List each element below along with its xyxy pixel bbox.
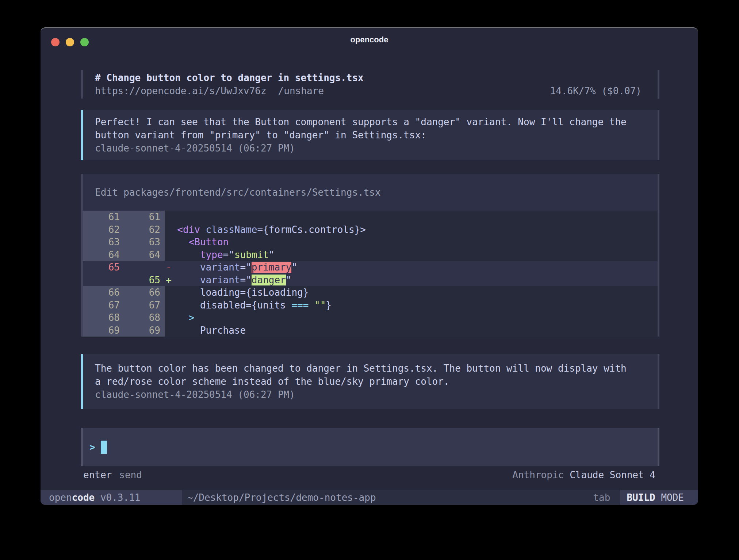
- diff-marker: [166, 211, 172, 222]
- prompt-symbol: >: [89, 442, 95, 453]
- old-line-number: 66: [83, 286, 124, 299]
- diff-row: 6666 loading={isLoading}: [83, 286, 658, 299]
- enter-key-hint: enter: [83, 469, 112, 480]
- code-token: className: [206, 224, 257, 235]
- code-token: "": [314, 300, 326, 311]
- code-token: =": [223, 249, 234, 260]
- code-token: disabled={units: [177, 300, 291, 311]
- diff-code-line: type="submit": [165, 249, 658, 261]
- model-timestamp: claude-sonnet-4-20250514 (06:27 PM): [95, 142, 647, 155]
- code-token: [177, 262, 200, 273]
- edit-file-path: Edit packages/frontend/src/containers/Se…: [83, 174, 658, 211]
- new-line-number: 66: [124, 286, 165, 299]
- app-name-code: code: [72, 492, 95, 503]
- code-token: [309, 300, 314, 311]
- diff-row: 65- variant="primary": [83, 261, 658, 274]
- chat-input[interactable]: >: [81, 428, 659, 466]
- code-token: type: [200, 249, 223, 260]
- diff-row: 6262 <div className={formCs.controls}>: [83, 223, 658, 236]
- assistant-message-text: Perfect! I can see that the Button compo…: [95, 115, 647, 142]
- diff-row: 6161: [83, 211, 658, 223]
- old-line-number: 67: [83, 299, 124, 312]
- code-token: danger: [252, 275, 286, 285]
- code-token: <Button: [189, 237, 229, 248]
- mode-label: MODE: [661, 492, 684, 503]
- app-version-segment: opencode v0.3.11: [41, 490, 182, 505]
- diff-row: 6363 <Button: [83, 236, 658, 249]
- diff-code-line: disabled={units === ""}: [165, 299, 658, 312]
- diff-marker: [166, 224, 172, 235]
- diff-row: 6868 >: [83, 311, 658, 324]
- model-timestamp: claude-sonnet-4-20250514 (06:27 PM): [95, 388, 647, 401]
- send-action-label: send: [119, 469, 142, 480]
- provider-name: Anthropic: [512, 469, 564, 480]
- spacer: [267, 84, 278, 97]
- model-indicator: AnthropicClaude Sonnet 4: [512, 469, 655, 480]
- share-url-link[interactable]: https://opencode.ai/s/UwJxv76z: [95, 84, 267, 97]
- new-line-number: 68: [124, 311, 165, 324]
- app-version: v0.3.11: [100, 492, 141, 503]
- code-token: [177, 275, 200, 285]
- code-token: }: [326, 300, 332, 311]
- code-token: variant: [200, 262, 240, 273]
- diff-marker: [166, 325, 172, 336]
- token-usage-cost: 14.6K/7% ($0.07): [550, 84, 642, 97]
- code-token: =": [240, 262, 252, 273]
- diff-code-line: + variant="danger": [165, 274, 658, 287]
- code-token: submit: [234, 249, 269, 260]
- code-token: loading={isLoading}: [177, 287, 309, 298]
- diff-marker: [166, 237, 172, 248]
- diff-marker: [166, 312, 172, 323]
- tab-key-hint[interactable]: tab: [593, 492, 610, 503]
- text-cursor: [101, 441, 107, 454]
- model-name: Claude Sonnet 4: [570, 469, 655, 480]
- mode-segment[interactable]: BUILD MODE: [620, 490, 698, 505]
- code-token: ={formCs.controls}>: [257, 224, 365, 235]
- old-line-number: 69: [83, 324, 124, 337]
- assistant-message-text: The button color has been changed to dan…: [95, 362, 647, 388]
- code-token: =": [240, 275, 252, 285]
- new-line-number: 67: [124, 299, 165, 312]
- code-token: [177, 312, 188, 323]
- old-line-number: 65: [83, 261, 124, 274]
- code-token: [177, 249, 200, 260]
- code-token: <div: [177, 224, 200, 235]
- send-hint: entersend: [83, 469, 142, 480]
- old-line-number: 68: [83, 311, 124, 324]
- diff-marker: [166, 300, 172, 311]
- window-title: opencode: [41, 35, 698, 45]
- old-line-number: 62: [83, 223, 124, 236]
- diff-marker: -: [166, 262, 172, 273]
- status-bar: opencode v0.3.11 ~/Desktop/Projects/demo…: [41, 490, 698, 505]
- code-token: [200, 224, 206, 235]
- new-line-number: 61: [124, 211, 165, 223]
- code-token: Purchase: [177, 325, 246, 336]
- session-title: # Change button color to danger in setti…: [95, 71, 642, 84]
- diff-row: 65+ variant="danger": [83, 274, 658, 287]
- diff-view: 6161 6262 <div className={formCs.control…: [83, 211, 658, 337]
- diff-marker: [166, 287, 172, 298]
- diff-marker: [166, 249, 172, 260]
- new-line-number: [124, 261, 165, 274]
- spacer: [324, 84, 550, 97]
- new-line-number: 65: [124, 274, 165, 287]
- unshare-command[interactable]: /unshare: [278, 84, 324, 97]
- diff-code-line: loading={isLoading}: [165, 286, 658, 299]
- diff-marker: +: [166, 275, 172, 285]
- old-line-number: 61: [83, 211, 124, 223]
- diff-code-line: >: [165, 311, 658, 324]
- assistant-message: The button color has been changed to dan…: [81, 354, 659, 409]
- old-line-number: [83, 274, 124, 287]
- new-line-number: 69: [124, 324, 165, 337]
- diff-row: 6969 Purchase: [83, 324, 658, 337]
- diff-code-line: <Button: [165, 236, 658, 249]
- assistant-message: Perfect! I can see that the Button compo…: [81, 110, 659, 160]
- new-line-number: 64: [124, 249, 165, 261]
- diff-code-line: - variant="primary": [165, 261, 658, 274]
- hint-row: entersend AnthropicClaude Sonnet 4: [81, 468, 659, 482]
- code-token: primary: [252, 262, 292, 273]
- code-token: >: [189, 312, 195, 323]
- code-token: variant: [200, 275, 240, 285]
- old-line-number: 64: [83, 249, 124, 261]
- diff-row: 6464 type="submit": [83, 249, 658, 261]
